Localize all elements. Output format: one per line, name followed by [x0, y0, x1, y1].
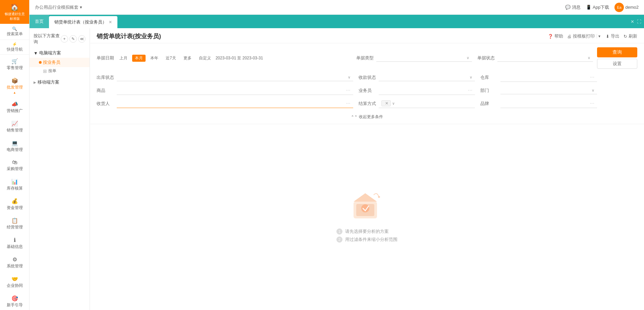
user-profile[interactable]: Ea demo2: [614, 3, 639, 12]
settings-button[interactable]: 设置: [597, 59, 637, 69]
consignee-control[interactable]: ···: [117, 99, 353, 108]
help-button[interactable]: ❓ 帮助: [548, 33, 563, 39]
sidebar-item-finance[interactable]: 💰 资金管理: [0, 195, 29, 214]
message-button[interactable]: 💬 消息: [565, 4, 581, 10]
out-status-control[interactable]: ∨: [117, 74, 353, 81]
tree-sub-by-order[interactable]: ⊞ 按单: [30, 67, 90, 75]
basic-icon: ℹ: [14, 237, 16, 243]
receipt-status-arrow: ∨: [470, 75, 472, 80]
sidebar-item-ecommerce[interactable]: 💻 电商管理: [0, 137, 29, 156]
left-panel: 按以下方案查询 + ✎ ≪ ▼ 电脑端方案: [30, 28, 90, 310]
tree-desktop-schemes[interactable]: ▼ 电脑端方案: [30, 48, 90, 58]
template-print-main[interactable]: 🖨 按模板打印: [567, 33, 597, 39]
breadcrumb-dropdown[interactable]: 办公用品行业模拟账套 ▾: [35, 4, 82, 10]
dept-arrow: ∨: [592, 88, 594, 93]
sidebar-item-operation[interactable]: 📋 经营管理: [0, 214, 29, 234]
edit-scheme-button[interactable]: ✎: [69, 35, 77, 43]
marketing-icon: 📣: [11, 101, 18, 107]
refresh-label: 刷新: [629, 33, 637, 39]
guide-icon: 🎯: [11, 295, 18, 302]
wholesale-icon: 📦: [11, 78, 18, 84]
message-icon: 💬: [565, 5, 571, 10]
avatar[interactable]: Ea: [614, 3, 624, 12]
tabbar-expand[interactable]: ✕ ⛶: [631, 19, 641, 24]
edit-icon: ✎: [71, 37, 75, 41]
tree-sub-label: 按单: [48, 68, 56, 74]
tree-mobile-schemes[interactable]: ▶ 移动端方案: [30, 78, 90, 87]
filter-receipt-status: 收款状态 ∨: [359, 74, 475, 81]
tip-text-2: 用过滤条件来缩小分析范围: [345, 237, 397, 243]
sidebar-finance-label: 资金管理: [7, 205, 23, 211]
query-button[interactable]: 查询: [597, 47, 637, 57]
sidebar-item-basic[interactable]: ℹ 基础信息: [0, 234, 29, 253]
date-btn-more[interactable]: 更多: [181, 55, 194, 62]
sidebar-quicknav[interactable]: ⚡ 快捷导航: [0, 40, 29, 55]
retail-icon: 🛒: [11, 58, 18, 64]
dept-control[interactable]: ∨: [500, 87, 597, 94]
doc-type-control[interactable]: ∨: [376, 54, 472, 62]
sidebar-logo[interactable]: 🏠 畅捷通好生意 标准版: [0, 0, 29, 24]
window-expand-icon[interactable]: ⛶: [637, 19, 641, 24]
sidebar-inventory-label: 库存核算: [7, 186, 23, 191]
refresh-button[interactable]: ↻ 刷新: [624, 33, 637, 39]
date-btn-last-month[interactable]: 上月: [117, 55, 130, 62]
purchase-icon: 🛍: [12, 159, 17, 165]
collapse-conditions-button[interactable]: ⌃⌃ 收起更多条件: [351, 114, 383, 120]
export-icon: ⬇: [606, 34, 609, 39]
ecommerce-icon: 💻: [11, 140, 18, 146]
tab-close-icon[interactable]: ✕: [109, 20, 112, 24]
sidebar-item-system[interactable]: ⚙ 系统管理: [0, 253, 29, 272]
sidebar-item-wholesale[interactable]: 📦 批发管理 ▲: [0, 74, 29, 98]
sidebar-wholesale-label: 批发管理: [7, 85, 23, 90]
sidebar-item-purchase[interactable]: 🛍 采购管理: [0, 156, 29, 175]
payment-clear-button[interactable]: ✕: [385, 101, 388, 106]
sidebar-item-guide[interactable]: 🎯 新手引导: [0, 292, 29, 310]
payment-control[interactable]: ✕ ∨: [379, 99, 475, 108]
sidebar-corp-label: 企业协同: [7, 283, 23, 289]
date-btn-this-month[interactable]: 本月: [132, 55, 146, 62]
salesman-dots: ···: [468, 87, 472, 93]
date-btn-7days[interactable]: 近7天: [163, 55, 179, 62]
tab-home[interactable]: 首页: [30, 15, 49, 28]
filter-payment: 结算方式 ✕ ∨: [359, 99, 475, 108]
add-icon: +: [63, 37, 65, 41]
help-label: 帮助: [554, 33, 563, 39]
filter-doc-type: 单据类型 ∨: [356, 54, 472, 62]
doc-type-label: 单据类型: [356, 55, 376, 61]
template-print-button[interactable]: 🖨 按模板打印 ▾: [567, 33, 602, 39]
sidebar-item-inventory[interactable]: 📊 库存核算: [0, 175, 29, 195]
sidebar-search[interactable]: 🔍 搜索菜单: [0, 24, 29, 40]
date-btn-custom[interactable]: 自定义: [196, 55, 214, 62]
tip-num-2: 2: [336, 237, 342, 243]
warehouse-label: 仓库: [480, 74, 500, 81]
tree-child-by-salesman[interactable]: 按业务员: [30, 58, 90, 67]
sidebar-item-corp[interactable]: 🤝 企业协同: [0, 272, 29, 292]
sidebar-item-marketing[interactable]: 📣 营销推广: [0, 98, 29, 117]
add-scheme-button[interactable]: +: [61, 35, 68, 43]
sidebar-item-retail[interactable]: 🛒 零售管理: [0, 55, 29, 74]
sidebar-ecommerce-label: 电商管理: [7, 147, 23, 153]
window-close-icon[interactable]: ✕: [631, 19, 634, 24]
sidebar-item-sales[interactable]: 📈 销售管理: [0, 117, 29, 137]
sidebar-sales-label: 销售管理: [7, 127, 23, 133]
salesman-control[interactable]: ···: [379, 86, 475, 95]
brand-control[interactable]: ···: [500, 99, 597, 108]
app-download-button[interactable]: 📱 App下载: [586, 4, 609, 10]
dept-label: 部门: [480, 88, 500, 94]
warehouse-control[interactable]: ···: [500, 73, 597, 82]
brand-label: 品牌: [480, 101, 500, 107]
inventory-icon: 📊: [11, 178, 18, 185]
sidebar-retail-label: 零售管理: [7, 65, 23, 71]
template-print-dropdown[interactable]: ▾: [597, 34, 602, 39]
tab-sales-stat[interactable]: 销货单统计表（按业务员） ✕: [49, 16, 117, 28]
export-button[interactable]: ⬇ 导出: [606, 33, 620, 39]
goods-control[interactable]: ···: [117, 86, 353, 95]
doc-status-control[interactable]: ∨: [497, 54, 593, 62]
corp-icon: 🤝: [11, 276, 18, 282]
receipt-status-control[interactable]: ∨: [379, 74, 475, 81]
date-btn-this-year[interactable]: 本年: [148, 55, 161, 62]
topbar: 办公用品行业模拟账套 ▾ 💬 消息 📱 App下载 Ea demo2: [30, 0, 644, 15]
filter-salesman: 业务员 ···: [359, 86, 475, 95]
collapse-panel-button[interactable]: ≪: [78, 35, 86, 43]
wholesale-arrow: ▲: [13, 91, 16, 94]
